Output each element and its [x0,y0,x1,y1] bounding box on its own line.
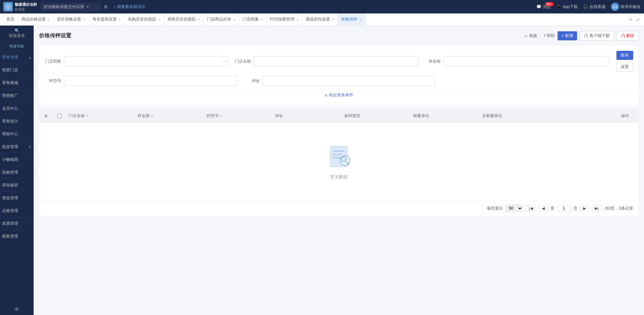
sidebar-item-finance[interactable]: 资金管理 [0,192,34,205]
table-col-checkbox[interactable] [52,114,66,118]
quick-nav-button[interactable]: 快捷导航 [0,42,34,51]
query-button[interactable]: 查询 [616,51,633,60]
svg-rect-2 [333,150,345,152]
sidebar-gear-button[interactable]: ⚙ [0,303,34,315]
online-service-button[interactable]: 🎧 在线客服 [583,4,606,10]
sort-icon[interactable]: ⇅ [151,114,153,118]
page-number-input[interactable] [557,205,571,212]
scale-name-input[interactable] [443,56,608,66]
main-area: 🔍 搜索菜单 快捷导航 零售管理 ▲ 智慧门店 零售商城 营销推广 会员中心 [0,26,644,315]
sort-icon[interactable]: ⇅ [220,114,222,118]
close-icon[interactable]: × [332,18,334,22]
sort-icon[interactable]: ⇅ [86,114,88,118]
chevron-down-icon: ▾ [87,4,89,9]
app-download-button[interactable]: 📱 App下载 [556,4,578,10]
tab-store-profile[interactable]: 门店档案 × [239,13,266,26]
sidebar: 🔍 搜索菜单 快捷导航 零售管理 ▲ 智慧门店 零售商城 营销推广 会员中心 [0,26,34,315]
tab-store-catalog[interactable]: 门店商品目录 × [204,13,239,26]
store-file-dots-button[interactable]: ··· [219,59,228,64]
add-button[interactable]: + 新增 [558,31,577,40]
prev-page-button[interactable]: ◀ [539,205,548,212]
user-menu[interactable]: Ea 徐泽华修改 [611,3,641,11]
message-button[interactable]: 💬 消息 99+ [536,4,551,10]
close-icon[interactable]: × [198,18,200,22]
sidebar-item-retail-stats[interactable]: 零售统计 [0,115,34,128]
content-area: 价格传秤设置 ▷ 视频 | ? 帮助 + 新增 凸 客户端下载 凸 删除 [34,26,644,315]
logo-text: 畅捷通好业财 标准版 [15,2,37,12]
close-icon[interactable]: × [48,18,50,22]
close-icon[interactable]: × [296,18,298,22]
store-name-input[interactable] [254,56,419,66]
scale-model-input[interactable] [64,76,237,86]
sidebar-item-retail-mall[interactable]: 零售商城 [0,77,34,90]
expand-icon[interactable]: ⤢ [635,16,641,23]
sidebar-item-ecommerce[interactable]: 小畅电商 [0,153,34,166]
filter-scale-model: 秤型号 [44,76,237,86]
sidebar-item-member-center[interactable]: 会员中心 [0,102,34,115]
tab-min-discount[interactable]: 最低折扣设置 × [302,13,338,26]
delete-button[interactable]: 凸 删除 [617,31,639,41]
table-col-weight-unit: 称重单位 [410,113,479,119]
table-col-non-weight-unit: 非称重单位 [479,113,612,119]
tab-price-scale[interactable]: 价格传秤 × [338,13,365,26]
logo-area: 畅捷通好业财 标准版 [3,2,37,12]
sidebar-item-retail-management[interactable]: 零售管理 ▲ [0,51,34,64]
pagination: 每页显示 50 10 20 100 |◀ ◀ 算 页 ▶ ▶| 共0页，0条记录 [39,200,639,216]
filter-store-file: 门店档案 ··· [44,56,229,66]
search-menu-button[interactable]: 🔍 搜索菜单 [0,26,34,42]
set-button[interactable]: 设置 [616,62,633,72]
tab-pos-management[interactable]: POS加密管理 × [266,13,302,26]
per-page-select[interactable]: 50 10 20 100 [506,205,523,212]
chevron-up-icon: ∧ [325,93,328,98]
tab-sale-history[interactable]: 销售历史价跟踪 × [164,13,204,26]
close-icon[interactable]: × [83,18,85,22]
version-selector[interactable]: 好业财标准版交付试用 ▾ [40,3,101,11]
select-all-checkbox[interactable] [57,114,62,118]
scale-ip-input[interactable] [262,76,435,86]
last-page-button[interactable]: ▶| [592,205,602,212]
help-link[interactable]: ? 帮助 [543,33,555,39]
tab-price-settings[interactable]: 商品价格设置 × [18,13,53,26]
total-label: 共0页，0条记录 [605,206,633,211]
sidebar-item-tax[interactable]: 税务管理 [0,230,34,243]
download-client-button[interactable]: 凸 客户端下载 [580,31,614,41]
store-file-input[interactable] [64,56,219,66]
top-right-actions: 💬 消息 99+ 📱 App下载 🎧 在线客服 Ea 徐泽华修改 [536,3,641,11]
close-all-icon[interactable]: × [628,16,633,23]
search-icon: 🔍 [14,28,20,33]
demo-link[interactable]: ○ 我要看实例演示 [113,4,145,10]
close-icon[interactable]: × [119,18,121,22]
store-file-input-wrapper: ··· [64,56,229,66]
sidebar-item-general-ledger[interactable]: 总账管理 [0,205,34,217]
next-page-button[interactable]: ▶ [580,205,589,212]
message-badge: 99+ [545,2,553,6]
close-icon[interactable]: × [359,18,361,22]
close-icon[interactable]: × [233,18,235,22]
sidebar-item-help-center[interactable]: 帮助中心 [0,128,34,141]
table-card: ⚙ 门店名称 ⇅ 秤名称 ⇅ 秤型号 ⇅ [39,109,639,216]
svg-point-8 [342,158,344,160]
first-page-button[interactable]: |◀ [526,205,536,212]
sidebar-item-inventory[interactable]: 库存核算 [0,179,34,192]
settings-icon[interactable]: ⚙ [104,4,108,9]
sidebar-item-invoice[interactable]: 发票管理 [0,217,34,230]
sidebar-item-smart-store[interactable]: 智慧门店 [0,64,34,77]
tab-sale-extract[interactable]: 售价提取设置 × [89,13,124,26]
scale-model-label: 秤型号 [44,78,61,84]
sidebar-item-wholesale[interactable]: 批发管理 ▼ [0,141,34,153]
sidebar-item-purchase[interactable]: 采购管理 [0,166,34,179]
selector-text: 好业财标准版交付试用 [44,4,84,10]
close-icon[interactable]: × [158,18,160,22]
table-col-settings[interactable]: ⚙ [39,114,52,118]
tab-purchase-strategy[interactable]: 进价策略设置 × [53,13,89,26]
close-icon[interactable]: × [261,18,263,22]
collapse-button[interactable]: ∧ 收起更多条件 [44,90,633,100]
table-header: ⚙ 门店名称 ⇅ 秤名称 ⇅ 秤型号 ⇅ [39,109,639,123]
table-col-scale-name: 秤名称 ⇅ [135,113,204,119]
tab-home[interactable]: 首页 [3,13,18,26]
table-col-scale-ip: 秤ip [273,113,342,119]
video-link[interactable]: ▷ 视频 [525,33,537,39]
sidebar-item-marketing[interactable]: 营销推广 [0,90,34,102]
tab-purchase-history[interactable]: 采购历史价跟踪 × [124,13,164,26]
tab-controls: × ⤢ [628,16,641,23]
